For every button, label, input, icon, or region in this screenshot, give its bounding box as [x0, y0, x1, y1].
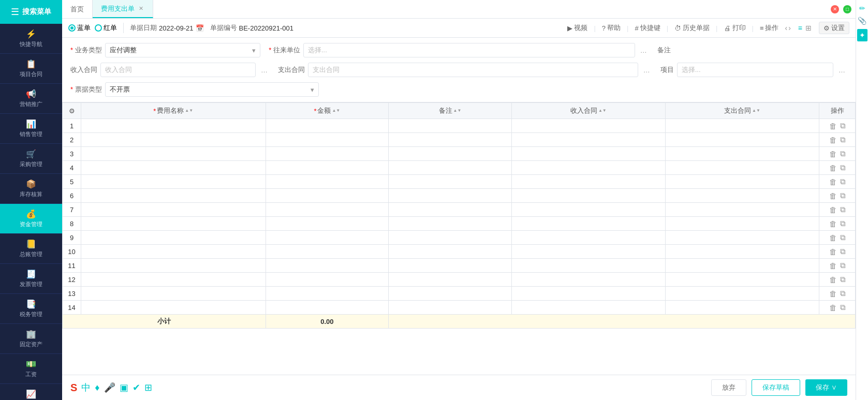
- row-note-cell[interactable]: [389, 231, 512, 245]
- help-action[interactable]: ? 帮助: [602, 23, 621, 33]
- row-delete-btn[interactable]: 🗑: [829, 247, 837, 256]
- date-value[interactable]: 2022-09-21: [159, 24, 194, 32]
- row-income-cell[interactable]: [511, 245, 665, 259]
- row-delete-btn[interactable]: 🗑: [829, 122, 837, 130]
- row-note-cell[interactable]: [389, 119, 512, 133]
- row-delete-btn[interactable]: 🗑: [829, 233, 837, 242]
- shortcut-action[interactable]: # 快捷键: [635, 23, 660, 33]
- row-income-cell[interactable]: [511, 161, 665, 175]
- save-draft-button[interactable]: 保存草稿: [752, 379, 800, 396]
- row-note-cell[interactable]: [389, 217, 512, 231]
- row-expense-cell[interactable]: [665, 203, 819, 217]
- row-name-cell[interactable]: [81, 161, 266, 175]
- row-expense-cell[interactable]: [665, 133, 819, 147]
- row-note-cell[interactable]: [389, 133, 512, 147]
- sidebar-item-sales[interactable]: 📊 销售管理: [0, 114, 62, 144]
- income-contract-more-btn[interactable]: …: [259, 66, 270, 74]
- row-income-cell[interactable]: [511, 287, 665, 301]
- row-copy-btn[interactable]: ⧉: [840, 163, 846, 172]
- row-name-cell[interactable]: [81, 203, 266, 217]
- th-settings[interactable]: ⚙: [63, 103, 81, 119]
- row-delete-btn[interactable]: 🗑: [829, 177, 837, 186]
- row-delete-btn[interactable]: 🗑: [829, 289, 837, 298]
- zhong-icon[interactable]: 中: [81, 381, 91, 394]
- th-note[interactable]: 备注 ▲▼: [389, 103, 512, 119]
- row-delete-btn[interactable]: 🗑: [829, 164, 837, 172]
- sidebar-item-ledger[interactable]: 📒 总账管理: [0, 234, 62, 264]
- row-name-cell[interactable]: [81, 245, 266, 259]
- project-more-btn[interactable]: …: [836, 66, 847, 74]
- row-expense-cell[interactable]: [665, 217, 819, 231]
- sidebar-item-salary[interactable]: 💵 工资: [0, 354, 62, 384]
- row-income-cell[interactable]: [511, 231, 665, 245]
- row-copy-btn[interactable]: ⧉: [840, 177, 846, 186]
- row-name-cell[interactable]: [81, 287, 266, 301]
- row-income-cell[interactable]: [511, 273, 665, 287]
- tab-expense[interactable]: 费用支出单 ✕: [93, 0, 153, 18]
- expense-contract-input[interactable]: 支出合同: [308, 63, 638, 77]
- row-note-cell[interactable]: [389, 161, 512, 175]
- th-income-contract[interactable]: 收入合同 ▲▼: [511, 103, 665, 119]
- row-note-cell[interactable]: [389, 245, 512, 259]
- sidebar-item-purchase[interactable]: 🛒 采购管理: [0, 144, 62, 174]
- row-note-cell[interactable]: [389, 259, 512, 273]
- row-note-cell[interactable]: [389, 203, 512, 217]
- row-delete-btn[interactable]: 🗑: [829, 275, 837, 284]
- row-delete-btn[interactable]: 🗑: [829, 303, 837, 312]
- nav-prev-btn[interactable]: ‹: [785, 24, 787, 32]
- discard-button[interactable]: 放弃: [711, 379, 746, 396]
- th-expense-contract[interactable]: 支出合同 ▲▼: [665, 103, 819, 119]
- row-income-cell[interactable]: [511, 133, 665, 147]
- settings-button[interactable]: ⚙ 设置: [819, 22, 849, 34]
- row-expense-cell[interactable]: [665, 161, 819, 175]
- row-note-cell[interactable]: [389, 273, 512, 287]
- row-copy-btn[interactable]: ⧉: [840, 303, 846, 312]
- diamond-icon[interactable]: ♦: [95, 382, 99, 393]
- nav-next-btn[interactable]: ›: [788, 24, 791, 32]
- row-name-cell[interactable]: [81, 133, 266, 147]
- row-expense-cell[interactable]: [665, 259, 819, 273]
- window-close-btn[interactable]: ✕: [831, 5, 839, 13]
- row-name-cell[interactable]: [81, 273, 266, 287]
- row-copy-btn[interactable]: ⧉: [840, 275, 846, 284]
- row-amount-cell[interactable]: [266, 175, 389, 189]
- row-name-cell[interactable]: [81, 217, 266, 231]
- row-income-cell[interactable]: [511, 217, 665, 231]
- row-amount-cell[interactable]: [266, 189, 389, 203]
- row-copy-btn[interactable]: ⧉: [840, 289, 846, 298]
- radio-red[interactable]: 红单: [95, 23, 117, 33]
- print-action[interactable]: 🖨 打印: [724, 23, 746, 33]
- row-income-cell[interactable]: [511, 259, 665, 273]
- row-copy-btn[interactable]: ⧉: [840, 205, 846, 214]
- row-income-cell[interactable]: [511, 189, 665, 203]
- row-amount-cell[interactable]: [266, 259, 389, 273]
- partner-more-btn[interactable]: …: [638, 47, 649, 54]
- view-grid-btn[interactable]: ⊞: [804, 23, 813, 33]
- row-amount-cell[interactable]: [266, 147, 389, 161]
- row-amount-cell[interactable]: [266, 287, 389, 301]
- row-amount-cell[interactable]: [266, 203, 389, 217]
- apps-icon[interactable]: ⊞: [144, 382, 152, 393]
- sidebar-item-fixed-assets[interactable]: 🏢 固定资产: [0, 324, 62, 354]
- row-note-cell[interactable]: [389, 189, 512, 203]
- sidebar-item-inventory[interactable]: 📦 库存核算: [0, 174, 62, 204]
- save-button[interactable]: 保存 ∨: [805, 379, 847, 396]
- sidebar-item-project-contract[interactable]: 📋 项目合同: [0, 54, 62, 84]
- sidebar-item-capital[interactable]: 💰 资金管理: [0, 204, 62, 234]
- row-amount-cell[interactable]: [266, 231, 389, 245]
- row-amount-cell[interactable]: [266, 217, 389, 231]
- row-copy-btn[interactable]: ⧉: [840, 219, 846, 228]
- row-note-cell[interactable]: [389, 175, 512, 189]
- row-amount-cell[interactable]: [266, 273, 389, 287]
- row-copy-btn[interactable]: ⧉: [840, 135, 846, 144]
- operation-action[interactable]: ≡ 操作: [760, 23, 779, 33]
- right-panel-edit-icon[interactable]: ✏: [859, 4, 865, 12]
- row-name-cell[interactable]: [81, 301, 266, 315]
- row-copy-btn[interactable]: ⧉: [840, 233, 846, 242]
- row-copy-btn[interactable]: ⧉: [840, 191, 846, 200]
- row-delete-btn[interactable]: 🗑: [829, 261, 837, 270]
- row-income-cell[interactable]: [511, 175, 665, 189]
- view-list-btn[interactable]: ≡: [797, 23, 803, 33]
- sidebar-item-quick-nav[interactable]: ⚡ 快捷导航: [0, 24, 62, 54]
- row-delete-btn[interactable]: 🗑: [829, 205, 837, 214]
